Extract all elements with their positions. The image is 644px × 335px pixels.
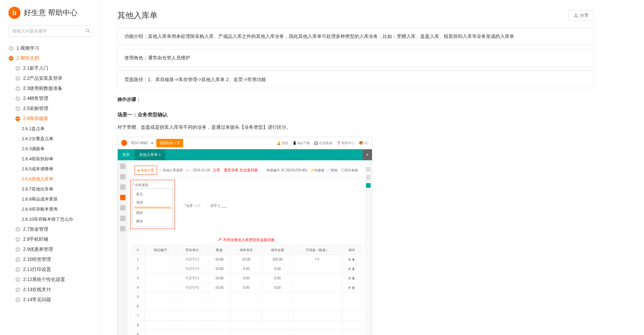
- nav-item-2-11[interactable]: 2.11打印设置: [8, 265, 94, 275]
- plus-icon: [15, 227, 20, 232]
- nav-label: 2.3使用前数据准备: [23, 86, 62, 92]
- ss-row: 7: [131, 311, 362, 321]
- nav-item-2-6-10[interactable]: 2.6.10库存账本错了怎么办: [8, 214, 94, 224]
- nav-item-docs[interactable]: 2.帮助文档: [8, 53, 94, 63]
- nav-label: 2.6.2分量盘点单: [22, 136, 53, 142]
- plus-icon: [15, 257, 20, 262]
- ss-row: 3个(1*1个)10.000.000.00⊕ 🗑: [131, 274, 362, 283]
- nav-item-2-6-5[interactable]: 2.6.5成本调整单: [8, 164, 94, 174]
- info-label: 使用角色：: [124, 55, 148, 60]
- plus-icon: [15, 106, 20, 111]
- ss-main: ● 其他入库 ○ 其他入库退库 ← 2019-12-26 入库、退货业务 在这里…: [128, 160, 365, 335]
- nav-label: 2.6.6其他入库单: [22, 176, 53, 182]
- ss-filter-box: * 业务类型 盘点 其他 拆卸 赠送: [130, 180, 175, 229]
- ss-th: 成本金额: [262, 245, 293, 255]
- nav-item-2-3[interactable]: 2.3使用前数据准备: [8, 83, 94, 94]
- plus-icon: [15, 237, 20, 242]
- steps-label: 操作步骤：: [117, 95, 594, 104]
- ss-th: 操作: [342, 245, 362, 255]
- nav-item-2-6-1[interactable]: 2.6.1盘点单: [8, 124, 94, 134]
- nav-item-2-5[interactable]: 2.5采购管理: [8, 104, 94, 114]
- nav-label: 2.2产品安装及登录: [23, 75, 62, 81]
- ss-left-rail: [118, 160, 128, 335]
- nav-item-video[interactable]: 1.视频学习: [8, 43, 94, 53]
- share-label: 分享: [580, 12, 589, 18]
- nav-label: 2.6.10库存账本错了怎么办: [22, 216, 73, 222]
- scene1-title: 场景一：业务类型确认: [117, 110, 594, 120]
- nav-item-2-10[interactable]: 2.10经营管理: [8, 255, 94, 265]
- ss-filter-row: * 业务类型 盘点 其他 拆卸 赠送 *仓库 必填 经手人 __: [130, 178, 362, 234]
- ss-th: 库存单位: [176, 245, 208, 255]
- plus-icon: [15, 287, 20, 292]
- share-button[interactable]: 分享: [569, 10, 594, 21]
- ss-dd-item: 赠送: [134, 217, 171, 225]
- nav-label: 2.8手机旺铺: [23, 236, 48, 242]
- nav-item-2-4[interactable]: 2.4销售管理: [8, 94, 94, 104]
- nav-item-2-6-9[interactable]: 2.6.9库存账本查询: [8, 204, 94, 214]
- ss-annotation: 入库、退货业务 在这里切换: [213, 167, 258, 174]
- brand-row: b 好生意 帮助中心: [8, 7, 94, 19]
- ss-row: 9: [131, 330, 362, 335]
- ss-row: 5: [131, 292, 362, 302]
- ss-link: 消息: [282, 141, 288, 145]
- nav-item-2-13[interactable]: 2.13在线支付: [8, 285, 94, 295]
- nav-item-2-14[interactable]: 2.14常见问题: [8, 295, 94, 305]
- ss-toolbar-link: 快捷键: [314, 168, 324, 172]
- nav-label: 2.6.5成本调整单: [22, 166, 53, 172]
- nav-item-2-8[interactable]: 2.8手机旺铺: [8, 234, 94, 244]
- ss-topbar: TEST-H002 ▾ 我要秒杀一下 🔔 消息 📱 App下载 🎧 在线客服 ❓…: [118, 137, 372, 149]
- ss-rail-icon: [120, 174, 125, 179]
- nav-label: 2.6.4组装拆卸单: [22, 156, 53, 162]
- ss-dd-item: 其他: [134, 198, 171, 207]
- plus-icon: [15, 297, 20, 302]
- nav-item-2-6-3[interactable]: 2.6.3调拨单: [8, 144, 94, 154]
- ss-row: 6: [131, 302, 362, 311]
- nav-item-2-1[interactable]: 2.1新手入门: [8, 63, 94, 73]
- info-text: 1、库存核算->库存管理->其他入库单 2、首页->常用功能: [148, 77, 266, 82]
- plus-icon: [15, 247, 20, 252]
- search-input[interactable]: [8, 25, 94, 37]
- ss-dd-item: 盘点: [134, 190, 171, 198]
- ss-toolbar-link: 模板: [331, 168, 338, 172]
- article-content: 操作步骤： 场景一：业务类型确认 对于受赠、盘盈或是拆装入库等不同的业务，是通过…: [117, 95, 594, 335]
- nav-item-2-9[interactable]: 2.9优惠券管理: [8, 244, 94, 255]
- nav-item-2-12[interactable]: 2.12系统个性化设置: [8, 275, 94, 285]
- info-label: 页面路径：: [124, 77, 148, 82]
- nav-label: 2.6.8商品成本重算: [22, 196, 58, 202]
- ss-tabs: 首页 其他入库单 × ✕: [118, 149, 372, 160]
- nav-item-2-6-2[interactable]: 2.6.2分量盘点单: [8, 134, 94, 144]
- ss-link: 在线客服: [319, 141, 332, 145]
- nav-item-2-7[interactable]: 2.7资金管理: [8, 224, 94, 234]
- nav-label: 2.6库存核算: [23, 116, 48, 122]
- nav-label: 2.10经营管理: [23, 257, 51, 263]
- nav-item-2-6[interactable]: 2.6库存核算: [8, 114, 94, 124]
- ss-row: 1个(1*1个)10.0010.00100.007个⊕ 🗑: [131, 255, 362, 264]
- info-label: 功能介绍：: [124, 34, 148, 39]
- search-icon[interactable]: [86, 28, 90, 34]
- nav-item-2-6-6[interactable]: 2.6.6其他入库单: [8, 174, 94, 184]
- ss-right-tools: [365, 160, 372, 335]
- plus-icon: [15, 267, 20, 272]
- nav-item-2-2[interactable]: 2.2产品安装及登录: [8, 73, 94, 83]
- nav-label: 2.4销售管理: [23, 96, 48, 102]
- minus-icon: [9, 56, 13, 61]
- nav-label: 2.14常见问题: [23, 297, 51, 303]
- nav-label: 1.视频学习: [16, 45, 39, 51]
- ss-toolbar: ● 其他入库 ○ 其他入库退库 ← 2019-12-26 入库、退货业务 在这里…: [130, 163, 362, 178]
- ss-row: 2个(1*1个)10.000.000.00⊕ 🗑: [131, 264, 362, 274]
- ss-body: ● 其他入库 ○ 其他入库退库 ← 2019-12-26 入库、退货业务 在这里…: [118, 160, 372, 335]
- search-box: [8, 25, 94, 37]
- ss-rail-icon: [120, 195, 125, 200]
- nav-label: 2.6.7其他出库单: [22, 186, 53, 192]
- minus-icon: [15, 116, 20, 121]
- logo-icon: b: [8, 7, 20, 19]
- sidebar: b 好生意 帮助中心 1.视频学习 2.帮助文档 2.1新手入门 2.2产品安装…: [0, 0, 101, 335]
- ss-dropdown: 盘点 其他 拆卸 赠送: [132, 188, 173, 227]
- svg-point-0: [86, 29, 89, 32]
- plus-icon: [15, 86, 20, 91]
- ss-top-links: 🔔 消息 📱 App下载 🎧 在线客服 ❓ 帮助中心 🐯 CC: [277, 140, 369, 146]
- nav-item-2-6-8[interactable]: 2.6.8商品成本重算: [8, 194, 94, 204]
- nav-label: 2.1新手入门: [23, 65, 48, 71]
- nav-item-2-6-4[interactable]: 2.6.4组装拆卸单: [8, 154, 94, 164]
- nav-item-2-6-7[interactable]: 2.6.7其他出库单: [8, 184, 94, 194]
